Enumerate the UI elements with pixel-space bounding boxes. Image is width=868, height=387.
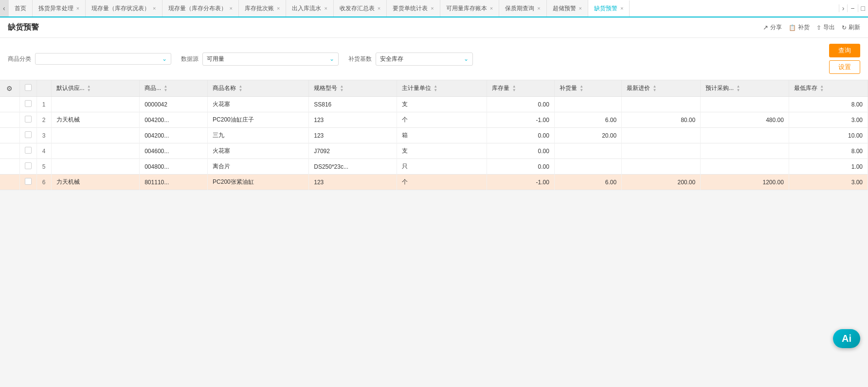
table-row: 2力天机械004200...PC200油缸庄子123个-1.006.0080.0… bbox=[0, 112, 868, 128]
td-checkbox[interactable] bbox=[19, 175, 36, 190]
tab-overstock-warning[interactable]: 超储预警× bbox=[547, 0, 588, 17]
tab-close-requisition-stat[interactable]: × bbox=[431, 5, 434, 11]
tab-close-expiry-query[interactable]: × bbox=[537, 5, 540, 11]
share-button[interactable]: ↗ 分享 bbox=[763, 23, 782, 32]
th-product-name[interactable]: 商品名称 ▲▼ bbox=[208, 80, 309, 97]
td-row-num: 6 bbox=[36, 175, 51, 190]
td-replenish-qty: 6.00 bbox=[554, 112, 621, 128]
tab-available-ledger[interactable]: 可用量库存账本× bbox=[440, 0, 499, 17]
settings-gear-icon[interactable]: ⚙ bbox=[6, 85, 13, 92]
row-checkbox[interactable] bbox=[25, 131, 32, 138]
td-product-code: 004600... bbox=[140, 143, 208, 159]
tab-close-abnormal[interactable]: × bbox=[76, 5, 79, 11]
th-estimated-purchase[interactable]: 预计采购... ▲▼ bbox=[701, 80, 789, 97]
th-min-stock[interactable]: 最低库存 ▲▼ bbox=[789, 80, 868, 97]
th-stock-qty[interactable]: 库存量 ▲▼ bbox=[487, 80, 554, 97]
replenish-base-value: 安全库存 bbox=[380, 55, 403, 63]
td-replenish-qty bbox=[554, 159, 621, 175]
td-product-name: 离合片 bbox=[208, 159, 309, 175]
td-gear bbox=[0, 175, 19, 190]
row-checkbox[interactable] bbox=[25, 178, 32, 185]
tab-inventory-dist[interactable]: 现存量（库存分布表）× bbox=[163, 0, 239, 17]
tab-batch-account[interactable]: 库存批次账× bbox=[239, 0, 286, 17]
td-product-name: 三九 bbox=[208, 128, 309, 143]
tab-inventory-status[interactable]: 现存量（库存状况表）× bbox=[86, 0, 162, 17]
td-min-stock: 1.00 bbox=[789, 159, 868, 175]
td-stock-qty: 0.00 bbox=[487, 97, 554, 112]
td-product-code: 004200... bbox=[140, 112, 208, 128]
table-row: 3004200...三九123箱0.0020.0010.00 bbox=[0, 128, 868, 143]
td-product-name: 火花塞 bbox=[208, 143, 309, 159]
td-spec: 123 bbox=[309, 128, 397, 143]
td-product-code: 801110... bbox=[140, 175, 208, 190]
td-product-code: 004800... bbox=[140, 159, 208, 175]
export-icon: ⇧ bbox=[816, 24, 821, 31]
export-button[interactable]: ⇧ 导出 bbox=[816, 23, 835, 32]
tab-expiry-query[interactable]: 保质期查询× bbox=[499, 0, 546, 17]
export-label: 导出 bbox=[823, 23, 835, 32]
header-checkbox[interactable] bbox=[25, 84, 32, 91]
th-default-supplier[interactable]: 默认供应... ▲▼ bbox=[51, 80, 140, 97]
tab-close-available-ledger[interactable]: × bbox=[490, 5, 493, 11]
tab-close-inventory-status[interactable]: × bbox=[153, 5, 156, 11]
tab-stockout-warning[interactable]: 缺货预警× bbox=[588, 0, 630, 17]
replenish-button[interactable]: 📋 补货 bbox=[789, 23, 810, 32]
th-replenish-qty[interactable]: 补货量 ▲▼ bbox=[554, 80, 621, 97]
tab-maximize[interactable]: □ bbox=[858, 4, 868, 12]
replenish-base-select[interactable]: 安全库存 ⌄ bbox=[376, 53, 473, 66]
td-spec: DS250*23c... bbox=[309, 159, 397, 175]
tab-close-overstock-warning[interactable]: × bbox=[579, 5, 582, 11]
query-button[interactable]: 查询 bbox=[829, 44, 860, 57]
tab-close-stockout-warning[interactable]: × bbox=[620, 5, 623, 11]
td-latest-price bbox=[622, 128, 701, 143]
table-header-row: ⚙ 默认供应... ▲▼ 商品... ▲▼ 商品名称 bbox=[0, 80, 868, 97]
header-actions: ↗ 分享 📋 补货 ⇧ 导出 ↻ 刷新 bbox=[763, 23, 860, 32]
row-checkbox[interactable] bbox=[25, 147, 32, 154]
td-checkbox[interactable] bbox=[19, 159, 36, 175]
tab-close-inventory-dist[interactable]: × bbox=[230, 5, 233, 11]
td-checkbox[interactable] bbox=[19, 112, 36, 128]
category-label: 商品分类 bbox=[8, 55, 31, 63]
tab-close-receive-summary[interactable]: × bbox=[378, 5, 380, 11]
td-checkbox[interactable] bbox=[19, 128, 36, 143]
refresh-button[interactable]: ↻ 刷新 bbox=[842, 23, 860, 32]
table-container: ⚙ 默认供应... ▲▼ 商品... ▲▼ 商品名称 bbox=[0, 80, 868, 190]
td-estimated-purchase bbox=[701, 97, 789, 112]
td-checkbox[interactable] bbox=[19, 143, 36, 159]
td-stock-qty: 0.00 bbox=[487, 159, 554, 175]
td-supplier bbox=[51, 143, 140, 159]
category-select[interactable]: ⌄ bbox=[35, 53, 171, 65]
tab-close-batch-account[interactable]: × bbox=[277, 5, 280, 11]
tab-minimize[interactable]: − bbox=[847, 4, 857, 12]
td-latest-price: 80.00 bbox=[622, 112, 701, 128]
tab-home[interactable]: 首页 bbox=[9, 0, 33, 17]
th-unit[interactable]: 主计量单位 ▲▼ bbox=[397, 80, 487, 97]
tab-close-inout-flow[interactable]: × bbox=[324, 5, 327, 11]
tab-inout-flow[interactable]: 出入库流水× bbox=[286, 0, 333, 17]
setting-button[interactable]: 设置 bbox=[829, 60, 860, 74]
td-unit: 只 bbox=[397, 159, 487, 175]
td-checkbox[interactable] bbox=[19, 97, 36, 112]
th-spec[interactable]: 规格型号 ▲▼ bbox=[309, 80, 397, 97]
tab-abnormal[interactable]: 拣货异常处理× bbox=[33, 0, 86, 17]
td-replenish-qty: 6.00 bbox=[554, 175, 621, 190]
row-checkbox[interactable] bbox=[25, 100, 32, 107]
th-latest-price[interactable]: 最新进价 ▲▼ bbox=[622, 80, 701, 97]
category-value bbox=[39, 55, 117, 62]
page-title: 缺货预警 bbox=[8, 22, 763, 33]
tab-scroll-right[interactable]: › bbox=[839, 4, 848, 12]
datasource-value: 可用量 bbox=[207, 55, 224, 63]
min-stock-sort-icon: ▲▼ bbox=[820, 85, 824, 92]
th-product-code[interactable]: 商品... ▲▼ bbox=[140, 80, 208, 97]
row-checkbox[interactable] bbox=[25, 162, 32, 169]
datasource-select[interactable]: 可用量 ⌄ bbox=[202, 53, 339, 66]
th-settings[interactable]: ⚙ bbox=[0, 80, 19, 97]
td-latest-price: 200.00 bbox=[622, 175, 701, 190]
tab-scroll-left[interactable]: ‹ bbox=[0, 0, 9, 17]
td-stock-qty: -1.00 bbox=[487, 175, 554, 190]
row-checkbox[interactable] bbox=[25, 116, 32, 123]
tab-receive-summary[interactable]: 收发存汇总表× bbox=[334, 0, 387, 17]
tab-requisition-stat[interactable]: 要货单统计表× bbox=[387, 0, 440, 17]
td-unit: 个 bbox=[397, 112, 487, 128]
td-spec: 123 bbox=[309, 175, 397, 190]
